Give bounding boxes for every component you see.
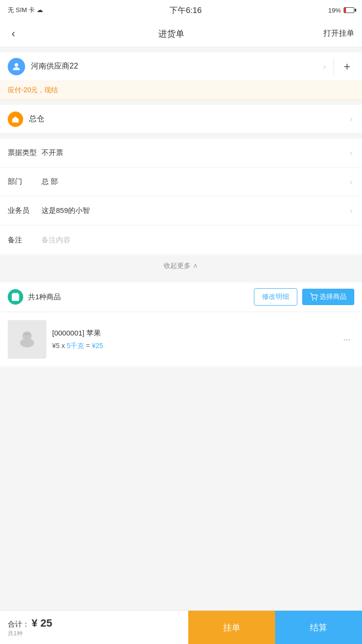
supplier-row[interactable]: 河南供应商22 › + (0, 52, 362, 81)
product-more-button[interactable]: ··· (339, 331, 354, 349)
remark-label: 备注 (8, 236, 42, 245)
warehouse-icon (8, 112, 23, 127)
product-total: ¥25 (92, 342, 103, 350)
bag-icon (11, 292, 20, 302)
svg-point-3 (316, 299, 317, 300)
salesperson-value: 这是859的小智 (42, 206, 350, 215)
settle-button[interactable]: 结算 (275, 611, 362, 644)
products-count: 共1种商品 (28, 293, 249, 302)
product-price: ¥5 x 5千克 = ¥25 (52, 342, 334, 350)
svg-point-5 (20, 338, 34, 348)
open-hang-button[interactable]: 打开挂单 (323, 28, 354, 39)
chevron-right-icon-5: › (350, 207, 352, 215)
department-label: 部门 (8, 177, 42, 186)
products-header: 共1种商品 修改明细 选择商品 (0, 282, 362, 311)
department-row[interactable]: 部门 总 部 › (0, 168, 362, 196)
person-icon (11, 61, 22, 72)
select-product-button[interactable]: 选择商品 (302, 289, 354, 305)
supplier-avatar (8, 58, 25, 75)
footer-total-sub: 共1种 (8, 630, 181, 638)
product-code: [0000001] (52, 329, 84, 337)
salesperson-row[interactable]: 业务员 这是859的小智 › (0, 196, 362, 225)
product-info: [0000001] 苹果 ¥5 x 5千克 = ¥25 (52, 329, 334, 350)
divider (334, 58, 334, 75)
select-product-label: 选择商品 (320, 293, 347, 301)
gap-1 (0, 47, 362, 52)
footer: 合计： ¥ 25 共1种 挂单 结算 (0, 610, 362, 644)
product-item: [0000001] 苹果 ¥5 x 5千克 = ¥25 ··· (0, 312, 362, 366)
form-section: 票据类型 不开票 › 部门 总 部 › 业务员 这是859的小智 › 备注 备注… (0, 139, 362, 254)
hang-button[interactable]: 挂单 (188, 611, 275, 644)
add-supplier-button[interactable]: + (340, 58, 354, 75)
battery-icon (344, 7, 354, 13)
product-qty: 5千克 (67, 342, 84, 350)
page-title: 进货单 (158, 28, 184, 40)
product-name: [0000001] 苹果 (52, 329, 334, 338)
footer-total-row: 合计： ¥ 25 (8, 617, 181, 630)
gap-2 (0, 100, 362, 105)
nav-bar: ‹ 进货单 打开挂单 (0, 20, 362, 47)
footer-total-label: 合计： (8, 620, 29, 628)
collapse-row[interactable]: 收起更多 ∧ (0, 254, 362, 278)
remark-input[interactable]: 备注内容 (42, 236, 354, 245)
battery-percent: 19% (328, 7, 341, 14)
chevron-right-icon-2: › (350, 115, 352, 124)
status-bar: 无 SIM 卡 ☁ 下午6:16 19% (0, 0, 362, 20)
chevron-right-icon: › (323, 62, 326, 71)
warning-banner: 应付-20元，现结 (0, 81, 362, 100)
invoice-row[interactable]: 票据类型 不开票 › (0, 139, 362, 168)
collapse-label: 收起更多 ∧ (164, 262, 198, 270)
department-value: 总 部 (42, 177, 350, 186)
salesperson-label: 业务员 (8, 206, 42, 215)
product-equals: = (86, 342, 92, 350)
remark-row[interactable]: 备注 备注内容 (0, 225, 362, 254)
chevron-right-icon-3: › (350, 149, 352, 157)
warehouse-row[interactable]: 总仓 › (0, 105, 362, 134)
gap-4 (0, 278, 362, 282)
chevron-right-icon-4: › (350, 178, 352, 186)
product-title: 苹果 (86, 329, 101, 337)
product-unit-price: ¥5 (52, 342, 60, 350)
home-icon (11, 115, 20, 124)
gap-3 (0, 134, 362, 139)
svg-rect-6 (24, 334, 30, 335)
cart-icon (310, 293, 318, 301)
footer-total: 合计： ¥ 25 共1种 (0, 617, 188, 638)
product-thumbnail (8, 320, 46, 359)
product-multiply: x (61, 342, 67, 350)
status-right: 19% (328, 7, 354, 14)
status-left: 无 SIM 卡 ☁ (8, 6, 43, 14)
product-thumb-icon (15, 328, 39, 351)
warehouse-name: 总仓 (29, 114, 350, 124)
footer-total-amount: ¥ 25 (31, 617, 52, 629)
footer-spacer (0, 366, 362, 405)
edit-detail-button[interactable]: 修改明细 (254, 288, 297, 306)
status-time: 下午6:16 (169, 5, 202, 16)
invoice-label: 票据类型 (8, 148, 42, 157)
battery-fill (344, 8, 346, 13)
supplier-name: 河南供应商22 (31, 61, 323, 71)
svg-point-2 (312, 299, 313, 300)
svg-point-0 (14, 63, 18, 66)
back-button[interactable]: ‹ (8, 24, 19, 44)
products-icon (8, 289, 23, 305)
invoice-value: 不开票 (42, 148, 350, 157)
